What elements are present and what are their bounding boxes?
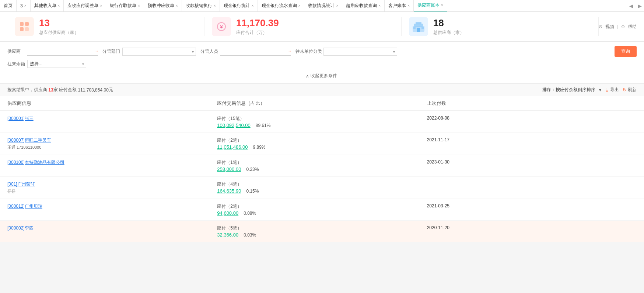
- close-icon[interactable]: ×: [176, 4, 178, 8]
- result-amount: 111,703,854.00: [78, 87, 108, 93]
- refresh-icon: ↻: [623, 87, 627, 93]
- nav-tab-other-income[interactable]: 其他收入单 ×: [31, 0, 64, 12]
- close-icon[interactable]: ×: [336, 4, 338, 8]
- supplier-link[interactable]: [000012]广州贝瑞: [7, 203, 217, 210]
- table-row: [000100]本特勤油品有限公司 应付（1笔） 258,000.00 0.23…: [0, 155, 644, 177]
- category-select[interactable]: [323, 48, 397, 56]
- tx-row: 11,051,486.00 9.89%: [217, 144, 427, 150]
- table-header: 供应商信息 应付交易信息（占比） 上次付数: [0, 96, 644, 111]
- close-icon[interactable]: ×: [214, 4, 216, 8]
- payable-suppliers-info: 13 总应付供应商（家）: [39, 17, 79, 36]
- sort-chevron-icon: ▾: [599, 87, 601, 93]
- svg-rect-1: [25, 22, 29, 26]
- close-icon[interactable]: ×: [298, 4, 301, 8]
- tx-amount[interactable]: 32,366.00: [217, 232, 238, 238]
- tx-label: 应付（2笔）: [217, 137, 427, 144]
- collapse-label: 收起更多条件: [311, 73, 337, 79]
- nav-tab-customer-ledger[interactable]: 客户账本 ×: [385, 0, 414, 12]
- tx-info-cell: 应付（15笔） 100,092,540.00 89.61%: [217, 116, 427, 128]
- supplier-info-cell: [000002]李四: [7, 225, 217, 231]
- supplier-input[interactable]: [27, 47, 94, 55]
- payable-total-num: 11,170.39: [236, 17, 279, 29]
- supplier-link[interactable]: [001]广州荣轩: [7, 181, 217, 187]
- sort-label[interactable]: 排序：按应付余额倒序排序: [542, 87, 595, 93]
- last-pay-date: 2021-11-17: [427, 137, 449, 142]
- nav-tab-cash-bank-stat[interactable]: 现金银行统计 ×: [220, 0, 258, 12]
- nav-tab-receipt-verify[interactable]: 收款核销执行 ×: [182, 0, 220, 12]
- person-input[interactable]: [220, 47, 287, 55]
- tx-label: 应付（4笔）: [217, 181, 427, 187]
- close-icon[interactable]: ×: [138, 4, 140, 8]
- supplier-link[interactable]: [000100]本特勤油品有限公司: [7, 159, 217, 166]
- tx-label: 应付（1笔）: [217, 159, 427, 166]
- payable-total-info: 11,170.39 应付合计（万）: [236, 17, 279, 36]
- person-label: 分管人员: [200, 48, 219, 55]
- payable-total-icon: ¥: [212, 17, 231, 36]
- nav-tab-3[interactable]: 3 ×: [17, 0, 31, 12]
- collapse-button[interactable]: ∧ 收起更多条件: [7, 71, 637, 80]
- tx-amount[interactable]: 94,600.00: [217, 210, 238, 216]
- filter-area: 供应商 ··· 分管部门 分管人员 ··· 往来单位分类: [0, 42, 644, 84]
- close-icon[interactable]: ×: [252, 4, 254, 8]
- result-text4: 元: [109, 87, 113, 93]
- nav-tab-supplier-ledger[interactable]: 供应商账本 ×: [414, 0, 447, 12]
- circle-icon2: ⊙: [621, 24, 625, 29]
- supplier-link[interactable]: [000007]恒旺二手叉车: [7, 137, 217, 144]
- tx-amount[interactable]: 11,051,486.00: [217, 144, 248, 150]
- video-link[interactable]: 视频: [605, 24, 614, 30]
- last-pay-cell: 2022-08-08: [427, 116, 637, 121]
- tx-row: 32,366.00 0.03%: [217, 231, 427, 238]
- dept-select[interactable]: [122, 48, 196, 56]
- nav-tab-cash-bank-flow[interactable]: 现金银行流水查询 ×: [258, 0, 305, 12]
- svg-text:¥: ¥: [220, 24, 223, 30]
- tx-info-cell: 应付（4笔） 164,635.90 0.15%: [217, 181, 427, 194]
- supplier-link[interactable]: [000001]张三: [7, 116, 217, 122]
- nav-tab-overdue-ar[interactable]: 超期应收款查询 ×: [342, 0, 385, 12]
- close-icon[interactable]: ×: [441, 3, 443, 7]
- tx-info-cell: 应付（2笔） 11,051,486.00 9.89%: [217, 137, 427, 150]
- tx-amount[interactable]: 164,635.90: [217, 188, 241, 194]
- tx-percent: 0.15%: [246, 189, 259, 194]
- close-icon[interactable]: ×: [407, 4, 410, 8]
- payable-suppliers-label: 总应付供应商（家）: [39, 30, 79, 36]
- supplier-dots-icon[interactable]: ···: [94, 48, 98, 54]
- export-button[interactable]: ⤓ 导出: [605, 87, 619, 93]
- filter-row-2: 往来余额 选择...: [7, 60, 637, 68]
- right-actions: 排序：按应付余额倒序排序 ▾ ⤓ 导出 ↻ 刷新: [542, 87, 637, 93]
- nav-next-arrow[interactable]: ▶: [636, 3, 644, 9]
- last-pay-date: 2020-11-20: [427, 225, 449, 230]
- filter-supplier: 供应商 ···: [7, 47, 98, 56]
- tx-amount[interactable]: 258,000.00: [217, 166, 241, 172]
- balance-select[interactable]: 选择...: [27, 60, 86, 68]
- close-icon[interactable]: ×: [58, 4, 60, 8]
- nav-prev-arrow[interactable]: ◀: [627, 3, 636, 9]
- tx-percent: 0.23%: [246, 167, 259, 172]
- person-dots-icon[interactable]: ···: [287, 48, 291, 54]
- nav-tab-home[interactable]: 首页: [0, 0, 17, 12]
- supplier-info-cell: [000001]张三: [7, 116, 217, 122]
- tx-info-cell: 应付（1笔） 258,000.00 0.23%: [217, 159, 427, 172]
- close-icon[interactable]: ×: [24, 4, 27, 8]
- refresh-button[interactable]: ↻ 刷新: [623, 87, 637, 93]
- help-link[interactable]: 帮助: [628, 24, 637, 30]
- query-button[interactable]: 查询: [615, 46, 637, 57]
- nav-tab-bank-deposit[interactable]: 银行存取款单 ×: [106, 0, 144, 12]
- nav-tab-receipt-stat[interactable]: 收款情况统计 ×: [304, 0, 342, 12]
- col-header-supplier: 供应商信息: [7, 100, 217, 107]
- total-suppliers-icon: [409, 17, 428, 36]
- close-icon[interactable]: ×: [100, 4, 102, 8]
- result-count: 13: [48, 87, 53, 93]
- tx-amount[interactable]: 100,092,540.00: [217, 123, 250, 128]
- nav-tab-ar-ap-adjust[interactable]: 应收应付调整单 ×: [64, 0, 106, 12]
- tx-row: 164,635.90 0.15%: [217, 187, 427, 194]
- last-pay-cell: 2023-01-30: [427, 159, 637, 165]
- supplier-link[interactable]: [000002]李四: [7, 225, 217, 231]
- person-input-wrap: ···: [220, 47, 291, 56]
- nav-tab-pre-collect[interactable]: 预收冲应收单 ×: [144, 0, 182, 12]
- last-pay-cell: 2021-03-25: [427, 203, 637, 208]
- summary-card-payable-suppliers: 13 总应付供应商（家）: [7, 17, 204, 36]
- dept-label: 分管部门: [102, 48, 121, 55]
- close-icon[interactable]: ×: [378, 4, 381, 8]
- table-body: [000001]张三 应付（15笔） 100,092,540.00 89.61%…: [0, 111, 644, 242]
- summary-bar: 13 总应付供应商（家） ¥ 11,170.39 应付合计（万）: [0, 12, 644, 42]
